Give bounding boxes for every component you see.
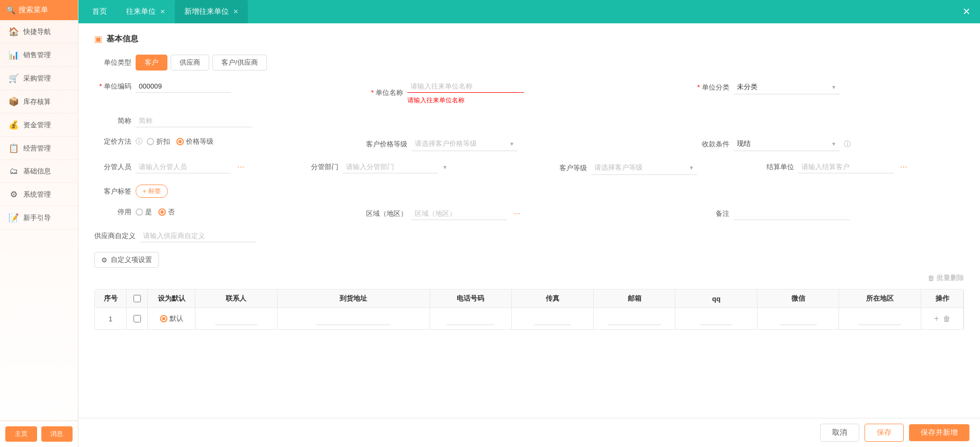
fax-input[interactable] — [534, 312, 571, 325]
manager-more-icon[interactable]: ··· — [235, 162, 246, 172]
disabled-radio-group: 是 否 — [136, 207, 175, 217]
disabled-yes[interactable]: 是 — [136, 207, 152, 217]
th-default: 设为默认 — [148, 290, 195, 308]
radio-level-circle — [176, 138, 184, 145]
batch-delete-label[interactable]: 批量删除 — [937, 273, 964, 283]
wechat-input[interactable] — [780, 312, 817, 325]
unit-type-label: 单位类型 — [94, 58, 131, 67]
folder-icon: 🗂 — [8, 166, 19, 176]
disabled-no[interactable]: 否 — [158, 207, 175, 217]
th-region: 所在地区 — [839, 290, 921, 308]
batch-delete-icon: 🗑 — [928, 274, 934, 282]
pricing-radio-level[interactable]: 价格等级 — [176, 137, 213, 146]
unit-code-input[interactable] — [136, 80, 231, 93]
supplier-custom-group: 供应商自定义 — [94, 230, 964, 242]
home-btn[interactable]: 主页 — [5, 426, 37, 442]
tab-new-partner[interactable]: 新增往来单位 ✕ — [175, 0, 248, 23]
tab-partners-label: 往来单位 — [126, 7, 156, 16]
sidebar-item-label: 采购管理 — [23, 74, 51, 83]
btn-customer[interactable]: 客户 — [136, 55, 167, 71]
save-new-button[interactable]: 保存并新增 — [909, 424, 969, 441]
close-all-tabs[interactable]: ✕ — [957, 6, 976, 17]
sidebar-item-quick-nav[interactable]: 🏠 快捷导航 — [0, 20, 78, 43]
unit-name-input[interactable] — [407, 80, 524, 93]
home-icon: 🏠 — [8, 27, 19, 37]
section-header: ▣ 基本信息 — [94, 34, 964, 44]
sidebar-item-label: 销售管理 — [23, 50, 51, 60]
tab-home[interactable]: 首页 — [83, 0, 117, 23]
sidebar-search-label: 搜索菜单 — [19, 5, 48, 15]
sidebar-item-finance[interactable]: 💰 资金管理 — [0, 113, 78, 137]
supplier-custom-input[interactable] — [140, 230, 256, 242]
save-button[interactable]: 保存 — [865, 424, 904, 442]
settlement-more-icon[interactable]: ··· — [898, 162, 909, 172]
cancel-button[interactable]: 取消 — [820, 424, 859, 442]
settlement-label: 结算单位 — [757, 162, 794, 172]
short-name-input[interactable] — [136, 115, 252, 127]
department-input[interactable] — [343, 161, 438, 173]
cart-icon: 🛒 — [8, 73, 19, 83]
tab-new-partner-close[interactable]: ✕ — [233, 8, 238, 15]
sidebar-item-label: 资金管理 — [23, 120, 51, 130]
radio-yes-circle — [136, 208, 143, 216]
manager-input[interactable] — [136, 161, 231, 173]
sidebar-item-purchase[interactable]: 🛒 采购管理 — [0, 67, 78, 90]
sidebar-item-system[interactable]: ⚙ 系统管理 — [0, 183, 78, 206]
settlement-input[interactable] — [798, 161, 894, 173]
sidebar-item-operations[interactable]: 📋 经营管理 — [0, 137, 78, 160]
note-input[interactable] — [734, 207, 850, 220]
qq-input[interactable] — [700, 312, 732, 325]
unit-category-label: 单位分类 — [692, 83, 729, 92]
customer-price-level-placeholder: 请选择客户价格等级 — [415, 139, 509, 148]
contact-table: 序号 设为默认 联系人 到货地址 电话号码 传真 邮箱 qq 微信 所在地区 操… — [94, 289, 964, 330]
th-address: 到货地址 — [278, 290, 430, 308]
note-group: 备注 — [692, 207, 964, 220]
td-phone — [430, 308, 512, 329]
delete-row-icon[interactable]: 🗑 — [943, 314, 950, 323]
disabled-label: 停用 — [94, 207, 131, 217]
phone-input[interactable] — [447, 312, 494, 325]
th-wechat: 微信 — [758, 290, 840, 308]
row-default-radio[interactable]: 默认 — [160, 314, 183, 323]
disabled-row: 停用 是 否 区域（地区） ··· 备注 — [94, 207, 964, 220]
th-action: 操作 — [921, 290, 964, 308]
row-region-input[interactable] — [859, 312, 901, 325]
region-more-icon[interactable]: ··· — [511, 209, 522, 218]
unit-category-value: 未分类 — [737, 82, 831, 92]
payment-terms-select[interactable]: 现结 ▼ — [734, 137, 840, 151]
sidebar-item-guide[interactable]: 📝 新手引导 — [0, 206, 78, 230]
pricing-level-label: 价格等级 — [186, 137, 213, 146]
short-name-label: 简称 — [94, 116, 131, 126]
tab-partners[interactable]: 往来单位 ✕ — [117, 0, 175, 23]
sidebar-item-sales[interactable]: 📊 销售管理 — [0, 43, 78, 67]
td-region — [839, 308, 921, 329]
message-btn[interactable]: 消息 — [41, 426, 73, 442]
sidebar-item-inventory[interactable]: 📦 库存核算 — [0, 90, 78, 113]
td-contact — [195, 308, 278, 329]
header-checkbox[interactable] — [133, 295, 141, 302]
pricing-radio-discount[interactable]: 折扣 — [147, 137, 170, 146]
contact-input[interactable] — [215, 312, 257, 325]
btn-both[interactable]: 客户/供应商 — [212, 55, 267, 71]
email-input[interactable] — [608, 312, 661, 325]
customer-price-level-select[interactable]: 请选择客户价格等级 ▼ — [412, 137, 518, 151]
add-tag-button[interactable]: + 标签 — [136, 185, 168, 198]
address-input[interactable] — [316, 312, 390, 325]
sidebar-search[interactable]: 🔍 搜索菜单 — [0, 0, 78, 20]
table-row: 1 默认 — [95, 308, 964, 329]
custom-settings-button[interactable]: ⚙ 自定义项设置 — [94, 252, 159, 268]
customer-level-select[interactable]: 请选择客户等级 ▼ — [591, 161, 697, 175]
unit-info-row: 单位编码 单位名称 请输入往来单位名称 单位分类 未分类 ▼ — [94, 80, 964, 105]
sidebar-item-basic-info[interactable]: 🗂 基础信息 — [0, 160, 78, 183]
btn-supplier[interactable]: 供应商 — [171, 55, 209, 71]
pricing-info-icon[interactable]: ⓘ — [136, 137, 142, 146]
row-checkbox[interactable] — [133, 315, 141, 322]
chart-icon: 📊 — [8, 50, 19, 60]
tab-partners-close[interactable]: ✕ — [160, 8, 165, 15]
payment-info-icon[interactable]: ⓘ — [844, 139, 851, 149]
unit-category-select[interactable]: 未分类 ▼ — [734, 80, 840, 94]
region-input[interactable] — [412, 207, 507, 220]
sidebar-item-label: 系统管理 — [23, 190, 51, 199]
add-row-icon[interactable]: + — [934, 314, 939, 323]
th-fax: 传真 — [512, 290, 594, 308]
